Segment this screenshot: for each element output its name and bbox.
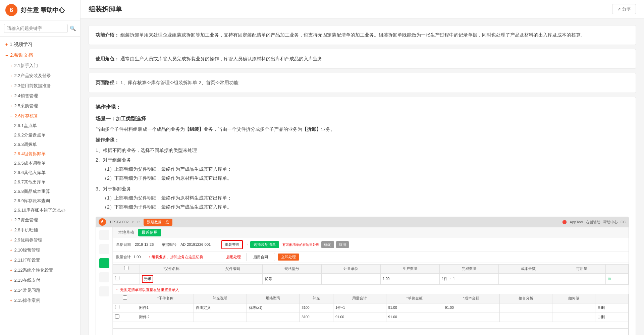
sidebar-item-stocktake[interactable]: 2.6.1盘点单 (0, 121, 80, 130)
sidebar-item-payment[interactable]: + 2.13在线支付 (0, 275, 80, 285)
annotation-area1: 组装整理 → 选择装配清单 有装配清单的在这里处理 确定 取消 (221, 240, 349, 249)
col-howto: 如何做 (552, 294, 595, 303)
col-actions-upper (605, 264, 628, 274)
expand-icon: + (10, 248, 12, 252)
scenario1-label: 场景一：加工类型选择 (96, 114, 629, 123)
app-save-btn[interactable]: 立即处理 (278, 254, 299, 261)
row-ops[interactable]: ⊞ 删 (597, 305, 605, 310)
path-block: 页面路径： 1、库存核算->库存管理->组装拆卸单 2、首页->常用功能 (89, 73, 636, 93)
expand-icon: + (10, 268, 12, 272)
sidebar-item-video[interactable]: + 1.视频学习 (0, 39, 80, 50)
col-done-qty: 完成数量 (440, 264, 499, 274)
app-cancel-btn[interactable]: 取消 (336, 241, 349, 248)
logo-area: 6 好生意 帮助中心 (0, 0, 80, 20)
app-select-btn[interactable]: 选择装配清单 (250, 241, 279, 248)
col-cost: 成本金额 (499, 264, 558, 274)
step3b-text: （2）下部明细为子件明细，最终作为产成品生成其它入库单。 (96, 203, 629, 211)
sidebar-item-cases[interactable]: + 2.15操作案例 (0, 295, 80, 305)
function-intro-block: 功能介绍： 组装拆卸单用来处理企业组装或拆卸等加工业务，支持有固定装配清单的产品… (89, 25, 636, 45)
share-button[interactable]: ↗ 分享 (612, 4, 636, 14)
sidebar-item-finance[interactable]: + 2.7资金管理 (0, 215, 80, 225)
app-tabs-row: 本地草稿 最近使用 (113, 227, 629, 238)
sidebar-item-costrecalc[interactable]: 2.6.8商品成本重算 (0, 187, 80, 196)
expand-icon: + (10, 64, 12, 68)
tab-recent[interactable]: 最近使用 (138, 229, 161, 236)
expand-icon: + (10, 228, 12, 232)
app-leftnav (96, 227, 113, 335)
sidebar-item-sales[interactable]: + 2.4销售管理 (0, 91, 80, 101)
cell-action: ⊞ (605, 274, 628, 285)
lower-table-area: *子件名称 补充说明 规格型号 补充 用量合计 *单价金额 *成本金额 整合分析 (113, 294, 629, 335)
search-area: 🔍 (0, 20, 80, 37)
col-analysis: 整合分析 (499, 294, 552, 303)
sidebar-item-otherinbound[interactable]: 2.6.6其他入库单 (0, 168, 80, 177)
table-row: 光米 优等 1.00 1件 → 1 (113, 274, 629, 285)
table-row (113, 322, 629, 329)
row-check-lower2[interactable] (115, 314, 119, 319)
cell-check (113, 274, 140, 285)
select-all-lower[interactable] (123, 295, 127, 300)
sidebar-item-assembly[interactable]: 2.6.4组装拆卸单 (0, 149, 80, 159)
article-body: 功能介绍： 组装拆卸单用来处理企业组装或拆卸等加工业务，支持有固定装配清单的产品… (80, 18, 644, 335)
sidebar-item-mobile[interactable]: + 2.8手机旺铺 (0, 225, 80, 235)
annotation2-text: 组装业务、拆卸业务在这里切换 (152, 254, 203, 260)
select-all-upper[interactable] (124, 266, 128, 270)
app-form-fields: 单据日期 2019-12-26 单据编号 AD-20191226-001 组装整… (113, 238, 629, 252)
search-button[interactable]: 🔍 (70, 25, 76, 32)
col-cost-amount: *成本金额 (443, 294, 499, 303)
sidebar-item-otheroutbound[interactable]: 2.6.7其他出库单 (0, 177, 80, 187)
sidebar-item-costadjust[interactable]: 2.6.5成本调整单 (0, 159, 80, 168)
sidebar-item-fraction[interactable]: 2.6.2分量盘点单 (0, 130, 80, 140)
sidebar-item-transfer[interactable]: 2.6.3调拨单 (0, 140, 80, 149)
nav-section-docs: − 2.帮助文档 + 2.1新手入门 + 2.2产品安装及登录 + 2.3使用前… (0, 50, 80, 305)
sidebar-item-faq[interactable]: + 2.14常见问题 (0, 285, 80, 295)
app-tool-label: AppTool (570, 219, 583, 225)
col-parent-code: 父件编码 (203, 264, 262, 274)
annotation1-text: 有装配清单的在这里处理 (282, 242, 319, 247)
expand-icon: + (10, 298, 12, 302)
sidebar-item-inventory[interactable]: − 2.6库存核算 (0, 111, 80, 121)
sidebar-item-install[interactable]: + 2.2产品安装及登录 (0, 71, 80, 81)
app-nav-icon4 (99, 272, 109, 282)
app-confirm-btn[interactable]: 确定 (321, 241, 334, 248)
sidebar-item-print[interactable]: + 2.11打印设置 (0, 255, 80, 265)
sidebar-item-settings[interactable]: + 2.12系统个性化设置 (0, 265, 80, 275)
sidebar-item-coupon[interactable]: + 2.9优惠券管理 (0, 235, 80, 245)
sidebar-item-stockledger[interactable]: 2.6.9库存账本查询 (0, 196, 80, 206)
expand-icon: + (10, 278, 12, 282)
col-child-note: 补充说明 (194, 294, 247, 303)
path-text: 1、库存核算->库存管理->组装拆卸单 2、首页->常用功能 (120, 80, 238, 85)
nav-section-video: + 1.视频学习 (0, 39, 80, 50)
sidebar-item-purchase[interactable]: + 2.5采购管理 (0, 101, 80, 111)
app-form-main: 本地草稿 最近使用 单据日期 2019-12-26 单据编号 AD-201912… (113, 227, 629, 335)
sidebar-item-stockerror[interactable]: 2.6.10库存账本错了怎么办 (0, 206, 80, 215)
sidebar-item-newuser[interactable]: + 2.1新手入门 (0, 61, 80, 71)
search-input[interactable] (4, 24, 68, 33)
app-helper-label: 右侧辅助 (586, 219, 600, 225)
sidebar-item-operations[interactable]: + 2.10经营管理 (0, 245, 80, 255)
row-action-icon[interactable]: ⊞ (608, 277, 611, 281)
step2a-text: （1）上部明细为父件明细，最终作为产成品生成其它入库单； (96, 165, 629, 173)
app-nav-icon1 (99, 230, 109, 240)
expand-icon: + (5, 42, 8, 47)
row-check-lower[interactable] (115, 305, 119, 309)
app-notification-icon: 🔴 (562, 219, 567, 225)
upper-table-area: *父件名称 父件编码 规格型号 计量单位 生产数量 完成数量 成本金额 可用量 (113, 263, 629, 286)
collapse-icon: − (10, 114, 13, 119)
app-preview-btn[interactable]: 预期数据一览 (144, 219, 172, 226)
tab-draft[interactable]: 本地草稿 (115, 229, 137, 236)
function-intro-label: 功能介绍： (96, 32, 119, 38)
row-ops2[interactable]: ⊞ 删 (597, 315, 605, 319)
row-check[interactable] (115, 276, 119, 280)
expand-icon: + (10, 288, 12, 292)
sidebar-item-dataprep[interactable]: + 2.3使用前数据准备 (0, 81, 80, 91)
form-label-qty: 数量合计 (116, 254, 131, 260)
cell-unit (321, 274, 380, 285)
sidebar-item-docs[interactable]: − 2.帮助文档 (0, 50, 80, 61)
app-dropdown-icon: ▾ (132, 219, 134, 225)
cell-avail (558, 274, 605, 285)
cell-done-qty: 1件 → 1 (440, 274, 499, 285)
app-refresh-icon: ⟳ (137, 219, 140, 225)
app-nav-icon3 (99, 258, 109, 268)
cell-prod-qty: 1.00 (380, 274, 439, 285)
